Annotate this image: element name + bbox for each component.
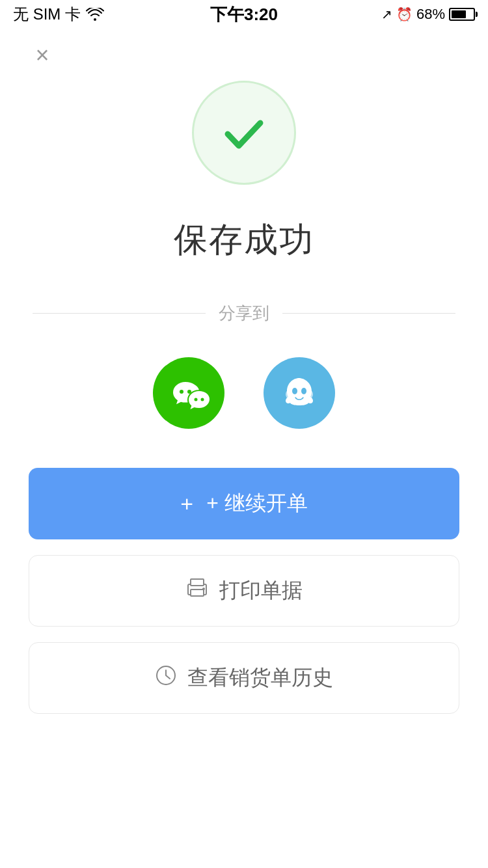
plus-icon: + xyxy=(180,491,193,517)
qq-share-button[interactable] xyxy=(264,357,335,429)
svg-point-4 xyxy=(292,388,297,394)
history-label: 查看销货单历史 xyxy=(187,664,333,692)
status-time: 下午3:20 xyxy=(210,3,278,26)
svg-point-0 xyxy=(180,390,183,394)
svg-point-3 xyxy=(200,398,204,401)
battery-text: 68% xyxy=(416,6,445,23)
alarm-icon: ⏰ xyxy=(396,7,413,22)
print-label: 打印单据 xyxy=(219,576,303,605)
clock-icon xyxy=(155,664,177,692)
main-content: 保存成功 分享到 xyxy=(0,29,488,714)
status-bar: 无 SIM 卡 下午3:20 ↗ ⏰ 68% xyxy=(0,0,488,29)
svg-point-2 xyxy=(194,398,197,401)
qq-icon xyxy=(279,373,319,413)
battery-box xyxy=(449,8,475,21)
history-button[interactable]: 查看销货单历史 xyxy=(29,642,459,714)
close-icon: × xyxy=(35,44,49,67)
svg-rect-10 xyxy=(191,590,204,596)
success-circle xyxy=(192,81,296,185)
battery-container xyxy=(449,8,475,21)
wechat-share-button[interactable] xyxy=(153,357,224,429)
share-divider: 分享到 xyxy=(0,302,488,325)
wechat-icon xyxy=(168,375,210,411)
sim-text: 无 SIM 卡 xyxy=(13,4,81,25)
print-button[interactable]: 打印单据 xyxy=(29,555,459,627)
status-right: ↗ ⏰ 68% xyxy=(381,6,475,23)
svg-rect-9 xyxy=(191,579,204,586)
svg-point-5 xyxy=(301,388,306,394)
svg-point-11 xyxy=(202,588,205,590)
share-section: 分享到 xyxy=(0,302,488,429)
divider-right xyxy=(282,313,455,314)
action-buttons: + + 继续开单 打印单据 查看销货单历史 xyxy=(0,468,488,714)
location-icon: ↗ xyxy=(381,7,392,22)
success-title: 保存成功 xyxy=(174,217,314,263)
close-button[interactable]: × xyxy=(26,39,59,72)
battery-fill xyxy=(452,10,466,18)
continue-label: + 继续开单 xyxy=(206,489,308,518)
svg-point-7 xyxy=(308,390,313,398)
wifi-icon xyxy=(86,8,104,21)
status-left: 无 SIM 卡 xyxy=(13,4,104,25)
svg-point-6 xyxy=(286,390,291,398)
divider-left xyxy=(33,313,206,314)
checkmark-icon xyxy=(218,107,270,159)
share-label: 分享到 xyxy=(206,302,282,325)
svg-point-1 xyxy=(187,390,191,394)
continue-button[interactable]: + + 继续开单 xyxy=(29,468,459,539)
share-icons xyxy=(153,357,335,429)
printer-icon xyxy=(185,578,209,604)
